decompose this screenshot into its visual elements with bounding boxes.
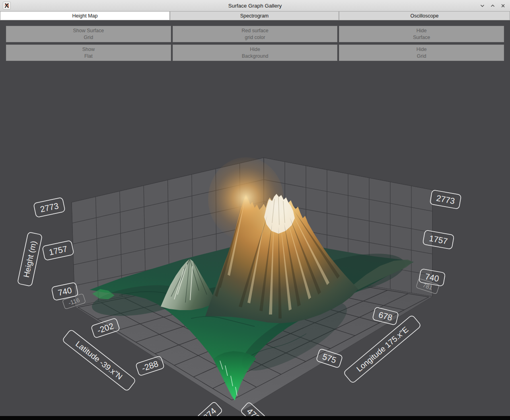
minimize-button[interactable] [479,2,486,9]
chevron-up-icon [490,3,495,8]
svg-text:740: 740 [57,285,72,297]
surface-3d-view[interactable]: -116 781 [0,0,510,420]
hide-background-button[interactable]: Hide Background [173,45,338,61]
tab-height-map[interactable]: Height Map [0,11,170,20]
bottom-screen-edge [0,416,510,420]
height-axis-title: Height (m) [18,232,43,287]
close-icon [500,3,506,8]
red-surface-grid-color-button[interactable]: Red surface grid color [173,26,338,42]
svg-text:1757: 1757 [48,244,68,257]
x11-logo-icon [3,2,11,10]
hide-grid-button[interactable]: Hide Grid [339,45,504,61]
show-surface-grid-button[interactable]: Show Surface Grid [6,26,171,42]
tab-oscilloscope[interactable]: Oscilloscope [339,11,510,20]
toolbar: Show Surface Grid Red surface grid color… [6,26,504,61]
svg-text:Latitude -39.x"N: Latitude -39.x"N [74,339,124,381]
tab-bar: Height Map Spectrogram Oscilloscope [0,11,510,20]
svg-text:2773: 2773 [39,201,59,214]
window-controls [479,2,510,9]
tab-spectrogram[interactable]: Spectrogram [170,11,339,20]
application-window: { "window": { "title": "Surface Graph Ga… [0,0,510,420]
window-titlebar: Surface Graph Gallery [0,0,510,12]
height-axis-ticks-left: 2773 1757 740 [33,197,78,301]
svg-text:Height (m): Height (m) [22,240,38,278]
svg-text:2773: 2773 [436,193,455,206]
chevron-down-icon [480,3,485,8]
window-title: Surface Graph Gallery [0,3,510,9]
show-flat-button[interactable]: Show Flat [6,45,171,61]
hide-surface-button[interactable]: Hide Surface [339,26,504,42]
maximize-button[interactable] [489,2,496,9]
close-button[interactable] [500,2,506,9]
